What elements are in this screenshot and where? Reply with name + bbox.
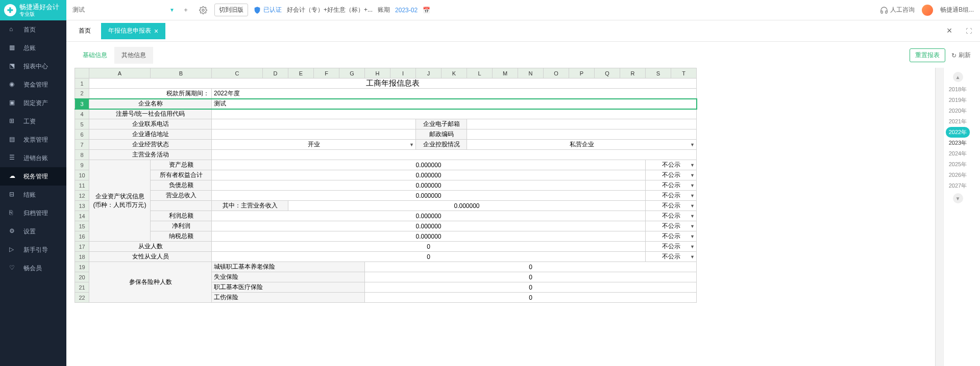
- sidebar-item-6[interactable]: ▤发票管理: [0, 130, 66, 149]
- menu-icon: ⎘: [9, 209, 17, 217]
- sidebar-item-8[interactable]: ☁税务管理: [0, 167, 66, 186]
- product-text: 好会计（专）+好生意（标）+...: [287, 6, 373, 14]
- support-link[interactable]: 人工咨询: [880, 6, 915, 14]
- subtab-basic[interactable]: 基础信息: [76, 47, 114, 64]
- menu-icon: ▦: [9, 44, 17, 52]
- add-button[interactable]: ＋: [180, 4, 192, 16]
- menu-icon: ⚙: [9, 227, 17, 236]
- sidebar-item-11[interactable]: ⚙设置: [0, 222, 66, 241]
- year-down-icon[interactable]: ▼: [953, 193, 963, 203]
- menu-icon: ⊟: [9, 191, 17, 199]
- reset-button[interactable]: 重置报表: [910, 48, 945, 62]
- tab-annual-report[interactable]: 年报信息申报表 ×: [101, 23, 165, 39]
- menu-icon: ☰: [9, 154, 17, 162]
- menu-icon: ◉: [9, 81, 17, 89]
- menu-icon: ♡: [9, 264, 17, 272]
- sidebar-item-12[interactable]: ▷新手引导: [0, 241, 66, 259]
- subtab-other[interactable]: 其他信息: [114, 47, 153, 64]
- brand-sub: 专业版: [19, 11, 59, 18]
- year-2023年[interactable]: 2023年: [946, 138, 970, 148]
- tab-home[interactable]: 首页: [71, 23, 98, 39]
- close-icon[interactable]: ×: [154, 27, 158, 35]
- menu-icon: ⬔: [9, 62, 17, 70]
- logo-icon: ✚: [4, 4, 16, 16]
- shield-icon: [253, 6, 261, 14]
- menu-icon: ⌂: [9, 25, 17, 34]
- sidebar-item-7[interactable]: ☰进销台账: [0, 149, 66, 167]
- year-2022年[interactable]: 2022年: [946, 127, 970, 138]
- sidebar-item-9[interactable]: ⊟结账: [0, 186, 66, 204]
- org-name: 测试: [72, 6, 85, 14]
- scrollbar[interactable]: [935, 68, 943, 366]
- topbar: 测试 ▼ ＋ 切到旧版 已认证 好会计（专）+好生意（标）+... 账期 202…: [66, 0, 980, 20]
- year-2019年[interactable]: 2019年: [946, 95, 970, 106]
- year-2025年[interactable]: 2025年: [946, 159, 970, 170]
- sidebar-item-13[interactable]: ♡畅会员: [0, 259, 66, 277]
- sidebar-item-2[interactable]: ⬔报表中心: [0, 57, 66, 75]
- settings-icon[interactable]: [197, 4, 209, 16]
- sidebar-item-3[interactable]: ◉资金管理: [0, 75, 66, 94]
- year-2020年[interactable]: 2020年: [946, 106, 970, 116]
- headset-icon: [880, 6, 888, 14]
- year-2021年[interactable]: 2021年: [946, 116, 970, 127]
- page-tabs: 首页 年报信息申报表 × × ⛶: [66, 20, 980, 42]
- year-2027年[interactable]: 2027年: [946, 180, 970, 191]
- avatar[interactable]: [922, 5, 933, 16]
- sidebar: ✚ 畅捷通好会计 专业版 ⌂首页▦总账⬔报表中心◉资金管理▣固定资产⊞工资▤发票…: [0, 0, 66, 366]
- sidebar-item-5[interactable]: ⊞工资: [0, 112, 66, 130]
- sidebar-item-0[interactable]: ⌂首页: [0, 20, 66, 39]
- period-label: 账期: [378, 6, 390, 14]
- calendar-icon[interactable]: 📅: [423, 7, 430, 14]
- year-selector: ▲ 2018年2019年2020年2021年2022年2023年2024年202…: [943, 68, 972, 366]
- old-version-button[interactable]: 切到旧版: [214, 4, 248, 16]
- svg-point-0: [202, 9, 204, 11]
- brand-logo: ✚ 畅捷通好会计 专业版: [0, 0, 66, 20]
- year-2018年[interactable]: 2018年: [946, 84, 970, 95]
- menu-icon: ▣: [9, 99, 17, 107]
- spreadsheet[interactable]: ABCDEFGHIJKLMNOPQRST1工商年报信息表2税款所属期间：2022…: [75, 68, 933, 366]
- certified-badge: 已认证: [253, 6, 282, 14]
- sidebar-item-10[interactable]: ⎘归档管理: [0, 204, 66, 222]
- sidebar-item-1[interactable]: ▦总账: [0, 39, 66, 57]
- username[interactable]: 畅捷通B组...: [940, 6, 974, 14]
- menu-icon: ▷: [9, 246, 17, 254]
- year-up-icon[interactable]: ▲: [953, 72, 963, 82]
- close-all-icon[interactable]: ×: [942, 24, 957, 38]
- menu-icon: ⊞: [9, 117, 17, 125]
- org-selector[interactable]: 测试 ▼: [72, 3, 175, 17]
- menu-icon: ▤: [9, 136, 17, 144]
- period-value[interactable]: 2023-02: [395, 7, 418, 14]
- sub-tabs: 基础信息 其他信息 重置报表 ↻ 刷新: [66, 42, 980, 68]
- refresh-button[interactable]: ↻ 刷新: [951, 51, 971, 60]
- chevron-down-icon: ▼: [169, 7, 175, 13]
- sidebar-item-4[interactable]: ▣固定资产: [0, 94, 66, 112]
- menu-icon: ☁: [9, 172, 17, 180]
- refresh-icon: ↻: [951, 52, 957, 59]
- year-2026年[interactable]: 2026年: [946, 170, 970, 180]
- expand-icon[interactable]: ⛶: [963, 25, 975, 37]
- year-2024年[interactable]: 2024年: [946, 148, 970, 159]
